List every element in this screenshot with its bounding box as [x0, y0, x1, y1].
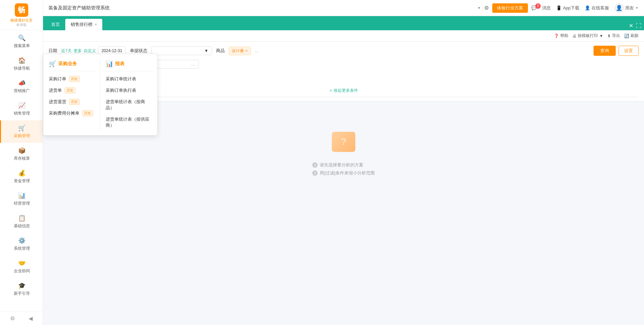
- sidebar-item-label: 新手引导: [14, 291, 30, 296]
- system-title-chevron[interactable]: ▼: [477, 6, 481, 10]
- refresh-icon: 🔄: [624, 34, 629, 38]
- purchase-order-stat-label: 采购订单统计表: [106, 76, 136, 82]
- search-icon: 🔍: [18, 34, 26, 42]
- sidebar-item-label: 快捷导航: [14, 66, 30, 71]
- sidebar-collapse-button[interactable]: ◀: [29, 315, 33, 322]
- tab-home[interactable]: 首页: [46, 19, 65, 30]
- sidebar-settings-button[interactable]: ⚙: [10, 315, 15, 322]
- sidebar-item-label: 企业协同: [14, 268, 30, 274]
- menu-item-incoming-return[interactable]: 进货退货 历史: [47, 96, 96, 108]
- home-icon: 🏠: [18, 57, 26, 64]
- report-col: 📊 报表 采购订单统计表 采购订单执行表 进货单统计表（按商品） 进货单统计表（…: [100, 58, 157, 131]
- refresh-button[interactable]: 🔄 刷新: [624, 33, 639, 39]
- empty-hint-1: 请先选择要分析的方案: [320, 162, 363, 168]
- sidebar-item-basic[interactable]: 📋 基础信息: [0, 210, 43, 233]
- date-shortcut-custom[interactable]: 自定义: [84, 48, 96, 54]
- menu-item-incoming-stat-supplier[interactable]: 进货单统计表（按供应商）: [104, 114, 153, 131]
- empty-icon-box: [332, 132, 355, 152]
- notification-button[interactable]: 💬 9 消息: [531, 5, 551, 11]
- menu-item-purchase-order-stat[interactable]: 采购订单统计表: [104, 73, 153, 85]
- print-button[interactable]: 🖨 按模板打印 ▼: [572, 33, 603, 39]
- online-service-label: 在线客服: [592, 5, 609, 11]
- purchase-title-label: 采购业务: [58, 61, 77, 67]
- goods-more[interactable]: …: [255, 48, 259, 53]
- sidebar-item-marketing[interactable]: 📣 营销推广: [0, 75, 43, 98]
- date-shortcut-7days[interactable]: 近7天: [61, 48, 72, 54]
- purchase-business-title: 🛒 采购业务: [47, 58, 96, 71]
- sidebar-item-purchase[interactable]: 🛒 采购管理: [0, 120, 43, 143]
- salesman-ellipsis: …: [191, 62, 195, 67]
- help-button[interactable]: ❓ 帮助: [554, 33, 568, 39]
- industry-button[interactable]: 体验行业方案: [492, 3, 528, 13]
- dropdown-menu-grid: 🛒 采购业务 采购订单 历史 进货单 历史 进货退货 历史 采购费用分摊单 历史: [43, 58, 157, 131]
- empty-hints: 1 请先选择要分析的方案 2 用[过滤]条件来缩小分析范围: [312, 162, 374, 178]
- menu-item-purchase-order[interactable]: 采购订单 历史: [47, 73, 96, 85]
- incoming-return-history: 历史: [69, 99, 80, 105]
- purchase-title-icon: 🛒: [49, 60, 56, 68]
- sidebar-item-sales[interactable]: 📈 销售管理: [0, 98, 43, 120]
- system-icon: ⚙️: [18, 237, 26, 244]
- sales-icon: 📈: [18, 102, 26, 109]
- query-button[interactable]: 查询: [594, 46, 616, 56]
- sidebar: 畅 畅捷通好生意 标准版 🔍 搜索菜单 🏠 快捷导航 📣 营销推广 📈 销售管理…: [0, 0, 43, 325]
- sidebar-item-label: 系统管理: [14, 246, 30, 251]
- sidebar-item-system[interactable]: ⚙️ 系统管理: [0, 233, 43, 255]
- sidebar-item-inventory[interactable]: 📦 库存核算: [0, 143, 43, 165]
- guide-icon: 🎓: [18, 282, 26, 289]
- menu-item-purchase-order-exec[interactable]: 采购订单执行表: [104, 85, 153, 96]
- message-label: 消息: [542, 5, 551, 11]
- sidebar-item-quick-nav[interactable]: 🏠 快捷导航: [0, 53, 43, 75]
- report-title-icon: 📊: [106, 60, 113, 68]
- tab-bar-close-icon[interactable]: ✕: [629, 23, 633, 29]
- hint-num-1: 1: [312, 162, 318, 168]
- service-icon: 👤: [585, 5, 590, 10]
- tab-close-button[interactable]: ×: [95, 22, 97, 27]
- marketing-icon: 📣: [18, 79, 26, 87]
- sidebar-item-finance[interactable]: 💰 资金管理: [0, 165, 43, 188]
- empty-icon: [327, 128, 360, 155]
- export-button[interactable]: ⬆ 导出: [607, 33, 620, 39]
- enterprise-icon: 🤝: [18, 259, 26, 267]
- refresh-label: 刷新: [631, 33, 639, 39]
- tab-home-label: 首页: [51, 22, 60, 28]
- help-icon: ❓: [554, 34, 559, 38]
- inventory-icon: 📦: [18, 147, 26, 154]
- tab-bar: 首页 销售排行榜 × ✕ ⛶: [43, 16, 644, 30]
- user-menu-button[interactable]: 👤 用友 ▼: [614, 3, 639, 13]
- header-actions: 💬 9 消息 📱 App下载 👤 在线客服 👤 用友 ▼: [531, 3, 639, 13]
- sidebar-item-operation[interactable]: 📊 经营管理: [0, 188, 43, 210]
- date-shortcut-more[interactable]: 更多: [74, 48, 82, 54]
- menu-item-purchase-expense[interactable]: 采购费用分摊单 历史: [47, 108, 96, 119]
- goods-tag-close[interactable]: ×: [245, 48, 248, 53]
- tab-bar-actions: ✕ ⛶: [629, 23, 641, 30]
- sidebar-item-label: 库存核算: [14, 156, 30, 161]
- sidebar-item-label: 经营管理: [14, 201, 30, 206]
- sidebar-item-enterprise[interactable]: 🤝 企业协同: [0, 255, 43, 278]
- sidebar-item-label: 搜索菜单: [14, 43, 30, 49]
- goods-tag-value: 设计桑: [232, 48, 244, 54]
- sidebar-item-search[interactable]: 🔍 搜索菜单: [0, 30, 43, 53]
- settings-icon[interactable]: ⚙: [484, 5, 489, 11]
- print-label: 按模板打印: [578, 33, 598, 39]
- tab-sales-rank[interactable]: 销售排行榜 ×: [65, 19, 102, 30]
- sidebar-item-label: 营销推广: [14, 88, 30, 94]
- menu-item-incoming-stat-goods[interactable]: 进货单统计表（按商品）: [104, 96, 153, 114]
- set-button[interactable]: 设置: [618, 46, 639, 56]
- bill-status-select[interactable]: ▼: [151, 46, 212, 55]
- purchase-order-exec-label: 采购订单执行表: [106, 87, 136, 93]
- user-avatar: 👤: [614, 3, 624, 13]
- report-title-label: 报表: [115, 61, 124, 67]
- tab-bar-maximize-icon[interactable]: ⛶: [636, 23, 641, 29]
- app-download-button[interactable]: 📱 App下载: [556, 5, 579, 11]
- purchase-icon: 🛒: [18, 124, 26, 132]
- export-icon: ⬆: [607, 34, 611, 38]
- print-chevron[interactable]: ▼: [599, 34, 603, 38]
- online-service-button[interactable]: 👤 在线客服: [585, 5, 609, 11]
- incoming-label: 进货单: [49, 87, 62, 93]
- menu-item-incoming[interactable]: 进货单 历史: [47, 85, 96, 96]
- logo-icon: 畅: [15, 3, 28, 17]
- user-name: 用友: [625, 5, 634, 11]
- sidebar-item-guide[interactable]: 🎓 新手引导: [0, 278, 43, 300]
- help-label: 帮助: [560, 33, 568, 39]
- sidebar-bottom: ⚙ ◀: [0, 312, 43, 325]
